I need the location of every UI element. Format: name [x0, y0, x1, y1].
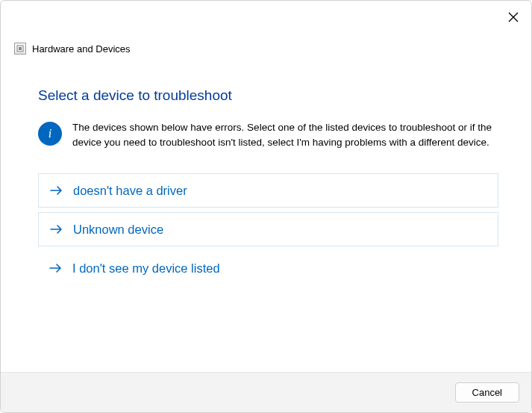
- option-label: doesn't have a driver: [73, 184, 187, 198]
- arrow-right-icon: [49, 183, 64, 198]
- arrow-right-icon: [49, 222, 64, 237]
- content: Select a device to troubleshoot i The de…: [1, 59, 531, 285]
- option-unknown-device[interactable]: Unknown device: [38, 212, 498, 246]
- option-label: I don't see my device listed: [72, 261, 220, 276]
- option-not-listed[interactable]: I don't see my device listed: [38, 251, 498, 285]
- option-label: Unknown device: [73, 223, 163, 237]
- info-row: i The devices shown below have errors. S…: [38, 120, 516, 149]
- troubleshooter-icon: [14, 43, 26, 55]
- close-icon: [507, 11, 519, 23]
- cancel-button[interactable]: Cancel: [455, 382, 519, 403]
- svg-rect-1: [19, 47, 22, 50]
- options-list: doesn't have a driver Unknown device I d…: [38, 173, 516, 285]
- close-button[interactable]: [507, 11, 519, 23]
- titlebar: [1, 1, 531, 31]
- option-no-driver[interactable]: doesn't have a driver: [38, 173, 498, 208]
- arrow-right-icon: [48, 261, 63, 276]
- info-text: The devices shown below have errors. Sel…: [72, 120, 516, 149]
- info-icon: i: [38, 122, 62, 146]
- page-heading: Select a device to troubleshoot: [38, 87, 516, 104]
- header: Hardware and Devices: [1, 31, 531, 59]
- footer: Cancel: [1, 372, 531, 412]
- window-title: Hardware and Devices: [32, 43, 131, 55]
